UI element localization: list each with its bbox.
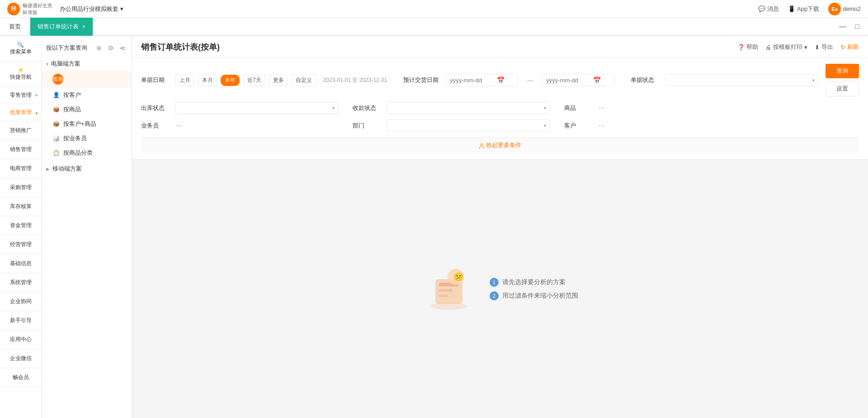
message-icon: 💬 bbox=[758, 5, 765, 12]
scheme-group-mobile-header[interactable]: ▶ 移动端方案 bbox=[42, 162, 132, 176]
sidebar-item-wholesale[interactable]: 批发管理 ▴ bbox=[0, 104, 41, 121]
svg-text:😕: 😕 bbox=[453, 272, 464, 282]
expected-date-end-input[interactable] bbox=[546, 77, 591, 84]
tab-bar-right: — □ bbox=[837, 21, 868, 32]
add-scheme-button[interactable]: ⊕ bbox=[94, 43, 104, 52]
logo-text: 畅捷通好生意 标准版 bbox=[23, 2, 52, 15]
customer-goods-scheme-icon: 📦 bbox=[52, 120, 60, 128]
query-button[interactable]: 查询 bbox=[826, 64, 859, 78]
collapse-arrow-icon: ⋀ bbox=[479, 142, 484, 149]
sidebar-item-finance[interactable]: 资金管理 bbox=[0, 216, 41, 235]
scheme-item-by-salesperson[interactable]: 📊 按业务员 bbox=[42, 131, 132, 146]
left-panel-title: 按以下方案查询 bbox=[46, 44, 87, 52]
refresh-button[interactable]: ↻ 刷新 bbox=[840, 43, 859, 51]
main-body: 😕 1 请先选择要分析的方案 2 用过滤条件来缩小分析范围 bbox=[132, 160, 868, 418]
settings-scheme-icon[interactable]: ⚙ bbox=[106, 43, 115, 52]
sidebar-item-appstore[interactable]: 应用中心 bbox=[0, 330, 41, 349]
sidebar-item-purchase[interactable]: 采购管理 bbox=[0, 178, 41, 197]
sidebar-item-basic[interactable]: 基础信息 bbox=[0, 254, 41, 273]
goods-select-button[interactable]: ··· bbox=[599, 104, 859, 112]
date-filter-label: 单据日期 bbox=[141, 76, 168, 84]
top-bar-right: 💬 消息 📱 App下载 Ea demo2 bbox=[758, 3, 861, 15]
out-status-select[interactable] bbox=[175, 102, 338, 114]
filter-area: 单据日期 上月 本月 本年 近7天 更多 自定义 2023-01-01 至 20… bbox=[132, 57, 868, 160]
scheme-item-by-category[interactable]: 📋 按商品分类 bbox=[42, 146, 132, 160]
dept-label: 部门 bbox=[353, 122, 380, 130]
payment-status-select[interactable] bbox=[387, 102, 550, 114]
category-scheme-icon: 📋 bbox=[52, 149, 60, 157]
sidebar-item-wechat[interactable]: 企业微信 bbox=[0, 349, 41, 368]
app-download-button[interactable]: 📱 App下载 bbox=[788, 5, 819, 13]
expected-date-end[interactable]: 📅 bbox=[542, 74, 614, 86]
payment-status-select-wrapper: ▾ bbox=[387, 102, 550, 114]
scheme-item-by-customer[interactable]: 👤 按客户 bbox=[42, 88, 132, 102]
last-month-btn[interactable]: 上月 bbox=[175, 75, 194, 86]
sidebar-item-marketing[interactable]: 营销推广 bbox=[0, 121, 41, 140]
salesperson-select-button[interactable]: ··· bbox=[175, 122, 338, 130]
top-bar-left: 好 畅捷通好生意 标准版 办公用品行业模拟账套 ▾ bbox=[7, 2, 127, 15]
print-dropdown-arrow-icon: ▾ bbox=[804, 44, 807, 51]
scheme-item-by-customer-goods[interactable]: 📦 按客户+商品 bbox=[42, 117, 132, 131]
page-title: 销售订单统计表(按单) bbox=[141, 42, 220, 52]
minimize-button[interactable]: — bbox=[837, 21, 848, 32]
filter-row-1: 单据日期 上月 本月 本年 近7天 更多 自定义 2023-01-01 至 20… bbox=[141, 64, 859, 96]
sidebar-item-retail[interactable]: 零售管理 ▾ bbox=[0, 87, 41, 104]
custom-date-btn[interactable]: 自定义 bbox=[292, 75, 316, 86]
maximize-button[interactable]: □ bbox=[852, 21, 863, 32]
print-template-button[interactable]: 🖨 按模板打印 ▾ bbox=[765, 43, 807, 51]
customer-select-button[interactable]: ··· bbox=[599, 122, 859, 130]
expected-date-start[interactable]: 📅 bbox=[446, 74, 518, 86]
collapse-bar[interactable]: ⋀ 收起更多条件 bbox=[141, 137, 859, 153]
sidebar-item-member[interactable]: 畅会员 bbox=[0, 368, 41, 387]
export-button[interactable]: ⬇ 导出 bbox=[815, 43, 833, 51]
settings-button[interactable]: 设置 bbox=[826, 81, 859, 96]
scheme-item-by-order[interactable]: 按单 bbox=[42, 71, 132, 88]
goods-label: 商品 bbox=[564, 104, 591, 112]
date-range-text: 2023-01-01 至 2023-12-31 bbox=[323, 76, 387, 84]
sidebar-item-newbie[interactable]: 新手引导 bbox=[0, 311, 41, 330]
sidebar-item-system[interactable]: 系统管理 bbox=[0, 273, 41, 292]
export-icon: ⬇ bbox=[815, 44, 820, 51]
order-status-select-wrapper: ▾ bbox=[665, 74, 818, 86]
date-separator: — bbox=[525, 77, 535, 84]
sidebar-item-ecom[interactable]: 电商管理 bbox=[0, 159, 41, 178]
empty-illustration: 😕 bbox=[422, 261, 476, 317]
sidebar-item-sales[interactable]: 销售管理 bbox=[0, 140, 41, 159]
tip-num-2: 2 bbox=[490, 291, 499, 300]
dept-select[interactable] bbox=[387, 119, 550, 132]
avatar: Ea bbox=[828, 3, 841, 15]
expected-date-start-input[interactable] bbox=[450, 77, 495, 84]
left-panel: 按以下方案查询 ⊕ ⚙ ≪ ▾ 电脑端方案 按单 👤 按客户 bbox=[42, 36, 132, 418]
tab-home[interactable]: 首页 bbox=[0, 18, 30, 36]
empty-state: 😕 1 请先选择要分析的方案 2 用过滤条件来缩小分析范围 bbox=[422, 261, 578, 317]
this-year-btn[interactable]: 本年 bbox=[221, 75, 240, 86]
sidebar-item-search[interactable]: 🔍 搜索菜单 bbox=[0, 36, 41, 62]
sidebar-item-enterprise[interactable]: 企业协同 bbox=[0, 292, 41, 311]
sidebar-item-ops[interactable]: 经营管理 bbox=[0, 235, 41, 254]
order-status-select[interactable] bbox=[665, 74, 818, 86]
calendar-start-icon: 📅 bbox=[497, 76, 505, 84]
sidebar-item-quicknav[interactable]: ⚡ 快捷导航 bbox=[0, 62, 41, 87]
tab-sales-order-stats[interactable]: 销售订单统计表 × bbox=[30, 18, 93, 36]
scheme-group-arrow-icon: ▾ bbox=[46, 62, 48, 66]
user-menu[interactable]: Ea demo2 bbox=[828, 3, 861, 15]
last-7-days-btn[interactable]: 近7天 bbox=[243, 75, 265, 86]
sidebar: 🔍 搜索菜单 ⚡ 快捷导航 零售管理 ▾ 批发管理 ▴ 营销推广 销售管理 电商… bbox=[0, 36, 42, 418]
sidebar-item-inventory[interactable]: 库存核算 bbox=[0, 197, 41, 216]
page-header: 销售订单统计表(按单) ❓ 帮助 🖨 按模板打印 ▾ ⬇ 导出 bbox=[132, 36, 868, 57]
message-button[interactable]: 💬 消息 bbox=[758, 5, 779, 13]
this-month-btn[interactable]: 本月 bbox=[198, 75, 217, 86]
collapse-panel-icon[interactable]: ≪ bbox=[118, 43, 127, 52]
help-button[interactable]: ❓ 帮助 bbox=[737, 43, 758, 51]
search-icon: 🔍 bbox=[2, 42, 39, 48]
more-date-btn[interactable]: 更多 bbox=[269, 75, 288, 86]
app-selector[interactable]: 办公用品行业模拟账套 ▾ bbox=[56, 5, 127, 13]
quicknav-icon: ⚡ bbox=[2, 67, 39, 73]
main-layout: 🔍 搜索菜单 ⚡ 快捷导航 零售管理 ▾ 批发管理 ▴ 营销推广 销售管理 电商… bbox=[0, 36, 868, 418]
empty-tip-2: 2 用过滤条件来缩小分析范围 bbox=[490, 291, 578, 300]
empty-tips: 1 请先选择要分析的方案 2 用过滤条件来缩小分析范围 bbox=[490, 278, 578, 300]
page-actions: ❓ 帮助 🖨 按模板打印 ▾ ⬇ 导出 ↻ 刷新 bbox=[737, 43, 859, 51]
tab-close-icon[interactable]: × bbox=[82, 24, 85, 30]
scheme-item-by-goods[interactable]: 📦 按商品 bbox=[42, 102, 132, 117]
scheme-group-desktop-header[interactable]: ▾ 电脑端方案 bbox=[42, 57, 132, 71]
